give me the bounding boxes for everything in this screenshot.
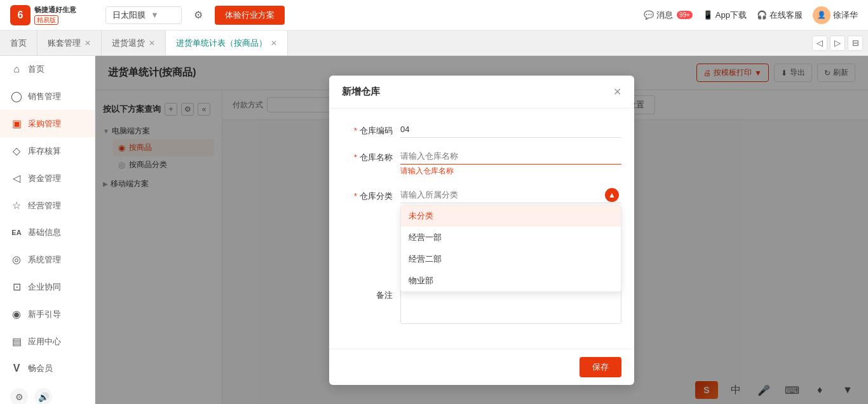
sidebar-settings-button[interactable]: ⚙ — [10, 388, 28, 404]
tab-bar: 首页 账套管理 ✕ 进货退货 ✕ 进货单统计表（按商品） ✕ ◁ ▷ ⊟ — [0, 30, 868, 56]
tab-accounts[interactable]: 账套管理 ✕ — [37, 30, 102, 55]
warehouse-code-input[interactable] — [400, 121, 621, 138]
tab-accounts-close[interactable]: ✕ — [85, 39, 91, 47]
sidebar-item-sales[interactable]: ◯ 销售管理 — [0, 83, 95, 110]
tab-accounts-label: 账套管理 — [48, 37, 81, 49]
basic-info-icon: EA — [10, 229, 23, 236]
sidebar-item-enterprise[interactable]: ⊡ 企业协同 — [0, 273, 95, 300]
sidebar-item-purchase-label: 采购管理 — [28, 118, 61, 130]
warehouse-category-control: ▲ 未分类 经营一部 经营二部 物业部 — [400, 187, 621, 203]
warehouse-code-label: 仓库编码 — [342, 121, 393, 137]
tab-home[interactable]: 首页 — [0, 30, 37, 55]
gear-icon: ⚙ — [194, 9, 203, 21]
modal-footer: 保存 — [329, 349, 634, 385]
sidebar-item-vip-label: 畅会员 — [28, 363, 53, 374]
modal-header: 新增仓库 ✕ — [329, 76, 634, 109]
store-name: 日太阳膜 — [112, 10, 146, 21]
tab-purchase-stats-close[interactable]: ✕ — [271, 39, 277, 47]
warehouse-code-control — [400, 121, 621, 138]
sidebar-item-operations[interactable]: ☆ 经营管理 — [0, 192, 95, 219]
logo-area: 6 畅捷通好生意 精易版 — [10, 5, 105, 25]
message-badge: 99+ — [677, 11, 693, 19]
sidebar-item-home-label: 首页 — [28, 64, 44, 75]
system-icon: ◎ — [10, 253, 23, 266]
app-center-icon: ▤ — [10, 335, 23, 347]
tab-prev-button[interactable]: ◁ — [812, 36, 827, 51]
finance-icon: ◁ — [10, 172, 23, 184]
logo-badge: 精易版 — [34, 15, 58, 25]
sidebar-item-vip[interactable]: V 畅会员 — [0, 355, 95, 382]
main-layout: ⌂ 首页 ◯ 销售管理 ▣ 采购管理 ◇ 库存核算 ◁ 资金管理 ☆ 经营管理 … — [0, 56, 868, 404]
try-industry-button[interactable]: 体验行业方案 — [215, 6, 285, 25]
tab-purchase-return[interactable]: 进货退货 ✕ — [102, 30, 166, 55]
warehouse-category-label: 仓库分类 — [342, 187, 393, 202]
sidebar-item-app-center-label: 应用中心 — [28, 336, 61, 347]
app-download-button[interactable]: 📱 App下载 — [703, 10, 747, 21]
dropdown-item-ops1[interactable]: 经营一部 — [401, 227, 621, 248]
guide-icon: ◉ — [10, 308, 23, 320]
sidebar-bottom: ⚙ 🔊 — [0, 382, 95, 404]
sidebar-item-system-label: 系统管理 — [28, 254, 61, 266]
sidebar-item-operations-label: 经营管理 — [28, 200, 61, 212]
app-logo: 6 — [10, 5, 31, 25]
store-arrow-icon: ▼ — [151, 10, 159, 20]
headset-icon: 🎧 — [757, 10, 767, 20]
tab-purchase-return-close[interactable]: ✕ — [149, 39, 155, 47]
sidebar-item-inventory[interactable]: ◇ 库存核算 — [0, 137, 95, 165]
sales-icon: ◯ — [10, 90, 23, 102]
vip-icon: V — [10, 363, 23, 374]
sidebar-item-finance-label: 资金管理 — [28, 173, 61, 184]
dropdown-item-property[interactable]: 物业部 — [401, 270, 621, 292]
sidebar-item-home[interactable]: ⌂ 首页 — [0, 56, 95, 83]
sidebar-item-system[interactable]: ◎ 系统管理 — [0, 246, 95, 273]
tab-controls: ◁ ▷ ⊟ — [807, 30, 868, 55]
sidebar-item-app-center[interactable]: ▤ 应用中心 — [0, 328, 95, 355]
sidebar-item-guide[interactable]: ◉ 新手引导 — [0, 300, 95, 328]
warehouse-category-row: 仓库分类 ▲ 未分类 经营一部 经营二部 物业部 — [342, 187, 621, 203]
store-selector[interactable]: 日太阳膜 ▼ — [105, 6, 182, 24]
tab-home-label: 首页 — [10, 37, 27, 49]
sidebar-volume-button[interactable]: 🔊 — [34, 388, 52, 404]
header-right: 💬 消息 99+ 📱 App下载 🎧 在线客服 👤 徐泽华 — [644, 6, 858, 24]
user-menu[interactable]: 👤 徐泽华 — [813, 6, 858, 24]
sidebar-item-basic-info-label: 基础信息 — [28, 227, 61, 238]
settings-button[interactable]: ⚙ — [188, 5, 208, 25]
modal-body: 仓库编码 仓库名称 请输入仓库名称 — [329, 109, 634, 349]
home-icon: ⌂ — [10, 64, 23, 75]
tab-menu-button[interactable]: ⊟ — [848, 36, 863, 51]
tab-purchase-stats-label: 进货单统计表（按商品） — [176, 37, 267, 49]
online-service-button[interactable]: 🎧 在线客服 — [757, 10, 803, 21]
tab-next-button[interactable]: ▷ — [830, 36, 845, 51]
tab-purchase-return-label: 进货退货 — [112, 37, 145, 49]
sidebar-item-finance[interactable]: ◁ 资金管理 — [0, 165, 95, 192]
inventory-icon: ◇ — [10, 145, 23, 157]
modal-new-warehouse: 新增仓库 ✕ 仓库编码 仓库名称 — [329, 76, 634, 385]
category-dropdown-toggle[interactable]: ▲ — [605, 188, 619, 202]
content-area: 进货单统计(按商品) 🖨 按模板打印 ▼ ⬇ 导出 ↻ 刷新 — [95, 56, 868, 404]
save-button[interactable]: 保存 — [580, 357, 621, 377]
logo-text: 畅捷通好生意 精易版 — [34, 5, 76, 25]
sidebar-item-basic-info[interactable]: EA 基础信息 — [0, 219, 95, 246]
sidebar-item-sales-label: 销售管理 — [28, 91, 61, 102]
message-icon: 💬 — [644, 10, 654, 20]
warehouse-name-label: 仓库名称 — [342, 148, 393, 163]
sidebar-item-inventory-label: 库存核算 — [28, 145, 61, 157]
sidebar-item-purchase[interactable]: ▣ 采购管理 — [0, 110, 95, 137]
tab-purchase-stats[interactable]: 进货单统计表（按商品） ✕ — [166, 30, 288, 55]
warehouse-category-input[interactable] — [400, 187, 621, 203]
operations-icon: ☆ — [10, 199, 23, 212]
dropdown-item-uncategorized[interactable]: 未分类 — [401, 205, 621, 227]
messages-button[interactable]: 💬 消息 99+ — [644, 10, 693, 21]
modal-close-button[interactable]: ✕ — [613, 86, 621, 98]
notes-label: 备注 — [342, 286, 393, 301]
warehouse-name-input[interactable] — [400, 148, 621, 165]
category-dropdown: 未分类 经营一部 经营二部 物业部 — [400, 205, 621, 292]
warehouse-name-row: 仓库名称 请输入仓库名称 — [342, 148, 621, 177]
warehouse-name-error: 请输入仓库名称 — [400, 166, 621, 177]
enterprise-icon: ⊡ — [10, 281, 23, 293]
modal-title: 新增仓库 — [342, 86, 613, 98]
modal-overlay[interactable]: 新增仓库 ✕ 仓库编码 仓库名称 — [95, 56, 868, 404]
top-header: 6 畅捷通好生意 精易版 日太阳膜 ▼ ⚙ 体验行业方案 💬 消息 99+ 📱 … — [0, 0, 868, 30]
dropdown-item-ops2[interactable]: 经营二部 — [401, 248, 621, 270]
warehouse-name-control: 请输入仓库名称 — [400, 148, 621, 177]
